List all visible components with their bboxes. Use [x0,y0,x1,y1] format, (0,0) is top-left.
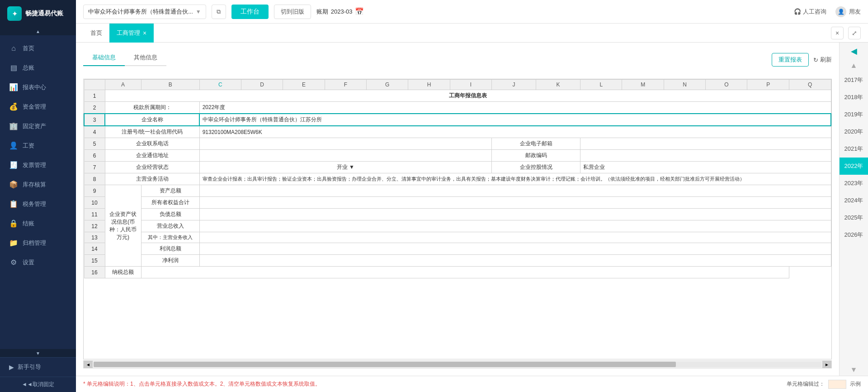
total-assets-value[interactable] [199,185,831,197]
sidebar-item-ledger[interactable]: ▤ 总账 [0,58,76,77]
col-header-b[interactable]: B [141,80,199,90]
col-header-j[interactable]: J [491,80,536,90]
support-button[interactable]: 🎧 人工咨询 [794,8,826,16]
sidebar-item-finance[interactable]: 💰 资金管理 [0,97,76,116]
col-header-k[interactable]: K [536,80,580,90]
col-header-h[interactable]: H [408,80,450,90]
sidebar-item-reports[interactable]: 📊 报表中心 [0,77,76,97]
year-2017[interactable]: 2017年 [840,72,868,89]
invoice-icon: 🧾 [9,161,18,169]
tax-value[interactable] [141,267,789,278]
liabilities-value[interactable] [199,209,831,220]
spreadsheet-wrapper[interactable]: A B C D E F G H I J K L M [83,79,832,359]
sidebar-new-user[interactable]: ▶ 新手引导 [0,357,76,377]
sidebar-item-close[interactable]: 🔒 结账 [0,214,76,233]
scrollbar-thumb[interactable] [94,362,676,367]
sidebar-item-label: 归档管理 [23,239,46,247]
email-value-cell[interactable] [580,138,831,150]
archive-icon: 📁 [9,239,18,247]
new-user-label: 新手引导 [18,363,41,371]
sidebar-item-archive[interactable]: 📁 归档管理 [0,233,76,253]
year-2025[interactable]: 2025年 [840,209,868,226]
unpin-button[interactable]: ◄◄取消固定 [0,377,76,392]
sidebar-item-inventory[interactable]: 📦 库存核算 [0,175,76,194]
table-row: 4 注册号/统一社会信用代码 91320100MA208E5W6K [84,126,831,138]
year-2023[interactable]: 2023年 [840,175,868,192]
sidebar-scroll-down[interactable]: ▼ [0,349,76,357]
period-value-cell[interactable]: 2022年度 [199,102,831,114]
scroll-right-btn[interactable]: ► [822,361,831,368]
tab-close-button[interactable]: × [143,29,146,37]
reset-button[interactable]: 重置报表 [772,53,809,67]
refresh-button[interactable]: ↻ 刷新 [813,56,832,64]
equity-value[interactable] [199,197,831,209]
year-2018[interactable]: 2018年 [840,89,868,106]
period-info: 账期 2023-03 📅 [316,7,364,16]
col-header-l[interactable]: L [580,80,622,90]
col-header-o[interactable]: O [706,80,747,90]
tab-home[interactable]: 首页 [83,24,109,43]
company-selector[interactable]: 中审众环会计师事务所（特殊普通合伙... ▼ [83,5,206,19]
postcode-value-cell[interactable] [580,150,831,162]
col-header-c[interactable]: C [199,80,241,90]
legacy-button[interactable]: 切到旧版 [274,5,311,19]
col-header-n[interactable]: N [664,80,705,90]
revenue-value[interactable] [199,220,831,232]
ownership-value-cell[interactable]: 私营企业 [580,162,831,173]
year-2026[interactable]: 2026年 [840,226,868,244]
scroll-left-btn[interactable]: ◄ [84,361,93,368]
reg-value-cell[interactable]: 91320100MA208E5W6K [199,126,831,138]
year-scroll-down[interactable]: ▼ [840,364,868,376]
status-value-cell[interactable]: 开业 ▼ [199,162,491,173]
phone-value-cell[interactable] [199,138,491,150]
user-info[interactable]: 👤 用友 [835,6,861,17]
net-profit-value[interactable] [199,255,831,267]
col-header-f[interactable]: F [325,80,366,90]
col-header-e[interactable]: E [283,80,325,90]
sidebar-item-payroll[interactable]: 👤 工资 [0,136,76,155]
email-label-cell: 企业电子邮箱 [491,138,580,150]
sidebar-item-label: 首页 [23,44,34,53]
col-header-q[interactable]: Q [789,80,831,90]
tab-active-label: 工商管理 [117,29,140,37]
col-header-p[interactable]: P [747,80,789,90]
year-panel-collapse[interactable]: ◀ [840,43,868,60]
col-header-g[interactable]: G [366,80,408,90]
table-title-cell[interactable]: 工商年报信息表 [105,90,831,102]
main-revenue-value[interactable] [199,232,831,243]
sub-tab-basic[interactable]: 基础信息 [83,50,125,66]
sub-tab-other[interactable]: 其他信息 [125,50,166,66]
company-value-cell[interactable]: 中审众环会计师事务所（特殊普通合伙）江苏分所 [199,114,831,126]
business-value-cell[interactable]: 审查企业会计报表；出具审计报告；验证企业资本；出具验资报告；办理企业合并、分立、… [199,173,831,185]
sidebar-item-home[interactable]: ⌂ 首页 [0,39,76,58]
year-2024[interactable]: 2024年 [840,192,868,209]
year-2021[interactable]: 2021年 [840,140,868,158]
sidebar-scroll-up[interactable]: ▲ [0,27,76,35]
col-header-d[interactable]: D [241,80,283,90]
year-2019[interactable]: 2019年 [840,106,868,123]
sidebar-item-settings[interactable]: ⚙ 设置 [0,253,76,272]
sidebar-item-assets[interactable]: 🏢 固定资产 [0,116,76,136]
address-value-cell[interactable] [199,150,491,162]
assets-group-label: 企业资产状况信息(币种：人民币万元) [105,185,141,267]
sidebar-item-tax[interactable]: 📋 税务管理 [0,194,76,214]
horizontal-scrollbar[interactable]: ◄ ► [83,360,832,368]
row-num: 4 [84,126,105,138]
year-scroll-up[interactable]: ▲ [840,60,868,72]
sidebar-item-label: 发票管理 [23,161,46,169]
calendar-icon[interactable]: 📅 [355,7,364,16]
tab-expand-ctrl[interactable]: ⤢ [848,27,861,39]
workbench-button[interactable]: 工作台 [231,5,269,19]
tab-gongshang[interactable]: 工商管理 × [109,24,154,43]
scrollbar-track[interactable] [94,362,821,367]
col-header-m[interactable]: M [622,80,664,90]
year-2020[interactable]: 2020年 [840,123,868,140]
col-header-i[interactable]: I [450,80,491,90]
profit-value[interactable] [199,243,831,255]
col-header-a[interactable]: A [105,80,141,90]
table-row-highlighted: 3 企业名称 中审众环会计师事务所（特殊普通合伙）江苏分所 [84,114,831,126]
copy-button[interactable]: ⧉ [212,5,226,19]
year-2022[interactable]: 2022年 [840,158,868,175]
sidebar-item-invoice[interactable]: 🧾 发票管理 [0,155,76,175]
tab-close-ctrl[interactable]: × [831,27,844,39]
